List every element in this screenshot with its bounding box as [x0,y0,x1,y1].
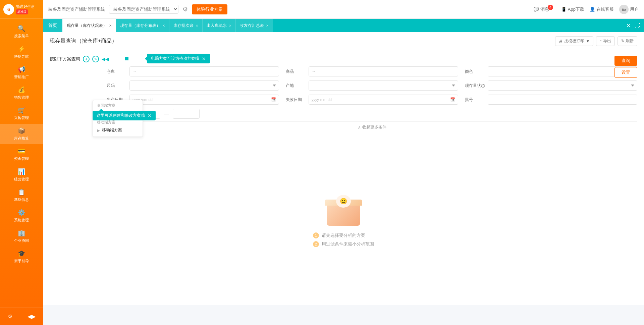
prod-date-input[interactable]: yyyy-mm-dd 📅 [129,95,279,105]
header-system: 装备及固定资产辅助管理系统 [48,6,105,12]
tab-close-batch-account[interactable]: ✕ [196,24,198,28]
tab-batch-account[interactable]: 库存批次账 ✕ [169,19,202,32]
inventory-icon: 📦 [18,127,25,134]
print-btn[interactable]: 🖨 按模板打印 ▼ [555,36,593,46]
tab-close-inout-flow[interactable]: ✕ [229,24,231,28]
tab-collect-summary[interactable]: 收发存汇总表 ✕ [235,19,273,32]
size-select[interactable] [129,80,279,91]
header-left: 装备及固定资产辅助管理系统 装备及固定资产辅助管理系统 ⚙ 体验行业方案 [48,4,227,14]
sidebar-item-quicknav[interactable]: ⚡ 快捷导航 [0,42,43,62]
page-title: 现存量查询（按仓库+商品） [50,38,117,45]
expire-date-placeholder: yyyy-mm-dd [312,98,332,102]
user-menu[interactable]: Ea 用户 [619,5,639,14]
empty-step-2: 2 用过滤条件来缩小分析范围 [313,241,374,247]
tab-close-collect-summary[interactable]: ✕ [266,24,269,28]
export-label: 导出 [603,39,611,43]
sidebar-item-inventory[interactable]: 📦 库存核算 [0,124,43,144]
sidebar-item-system[interactable]: ⚙️ 系统管理 [0,206,43,226]
sidebar-item-sales[interactable]: 💰 销售管理 [0,83,43,103]
filter-row-batch: 批号 [465,95,637,105]
tab-inventory-dist[interactable]: 现存量（库存分布表） ✕ [116,19,169,32]
expire-date-input[interactable]: yyyy-mm-dd 📅 [309,95,458,105]
tab-fullscreen-btn[interactable]: ⛶ [633,22,641,29]
filter-header: 按以下方案查询 + ✎ ◀◀ [50,56,637,62]
tab-inventory-status[interactable]: 现存量（库存状况表） ✕ [62,19,116,32]
filter-row-origin: 产地 [286,80,458,91]
color-label: 颜色 [465,69,485,74]
sidebar-item-marketing[interactable]: 📢 营销推广 [0,62,43,83]
goods-input[interactable]: ··· [309,66,458,76]
app-badge: 标准版 [16,9,28,14]
tab-inout-flow[interactable]: 出入库流水 ✕ [202,19,235,32]
sidebar-item-label: 经营管理 [14,177,29,182]
online-service-btn[interactable]: 👤 在线客服 [590,6,614,12]
tab-collect-summary-label: 收发存汇总表 [240,23,264,29]
collapse-sidebar-btn[interactable]: ◀▶ [25,311,38,322]
warehouse-label: 仓库 [107,69,127,74]
collapse-btn[interactable]: ∧ 收起更多条件 [358,124,386,130]
sidebar-item-enterprise[interactable]: 🏢 企业协同 [0,226,43,247]
sidebar-item-label: 新手引导 [14,259,29,264]
origin-select[interactable] [309,80,458,91]
header-settings-icon[interactable]: ⚙ [182,6,188,13]
empty-step-1: 1 请先选择要分析的方案 [313,232,374,238]
user-label: 用户 [630,6,639,12]
sidebar-item-operations[interactable]: 📊 经营管理 [0,165,43,185]
scheme-section-desktop: 桌面端方案 [93,102,143,109]
calendar-icon-2[interactable]: 📅 [450,97,455,102]
calendar-icon[interactable]: 📅 [271,97,276,102]
scheme-item-mobile[interactable]: ▶ 移动端方案 [93,125,143,135]
tab-close-inventory-dist[interactable]: ✕ [162,24,165,28]
message-btn[interactable]: 💬 消息 6 [534,6,556,12]
stock-main-to[interactable] [173,109,200,119]
filter-row-size: 尺码 [107,80,279,91]
sidebar-item-newbie[interactable]: 🎓 新手引导 [0,247,43,267]
collapse-bar: ∧ 收起更多条件 [107,121,637,131]
sidebar-item-purchase[interactable]: 🛒 采购管理 [0,103,43,124]
export-btn[interactable]: ↑ 导出 [596,36,614,46]
scheme-tooltip: 电脑方案可设为移动方案哦 ✕ [147,54,210,63]
tab-close-inventory-status[interactable]: ✕ [109,24,112,28]
filter-row-goods: 商品 ··· [286,66,458,76]
empty-state: 😐 1 请先选择要分析的方案 2 用过滤条件来缩小分析范围 [313,165,374,277]
system-icon: ⚙️ [18,209,25,216]
refresh-btn[interactable]: ↻ 刷新 [618,36,637,46]
online-service-label: 在线客服 [596,6,614,12]
tab-home-label: 首页 [48,22,57,29]
sidebar-item-finance[interactable]: 💳 资金管理 [0,144,43,165]
filter-add-btn[interactable]: + [83,56,90,62]
app-download-btn[interactable]: 📱 App下载 [561,6,584,12]
sidebar-item-label: 系统管理 [14,218,29,223]
scheme-create-tooltip-close[interactable]: ✕ [148,113,152,118]
sidebar-item-label: 销售管理 [14,95,29,100]
tab-close-all-btn[interactable]: ✕ [625,22,632,30]
system-name: 装备及固定资产辅助管理系统 [48,6,105,12]
system-select[interactable]: 装备及固定资产辅助管理系统 [109,5,178,14]
filter-area: 按以下方案查询 + ✎ ◀◀ 电脑方案可设为移动方案哦 ✕ 桌面端方案 ▶ 电脑… [43,50,644,137]
scheme-create-text: 这里可以创建和修改方案哦 [97,113,145,118]
filter-arrows[interactable]: ◀◀ [102,56,109,62]
scheme-item-label-m: 移动端方案 [102,127,122,133]
reset-btn[interactable]: 设置 [614,67,637,78]
trial-btn[interactable]: 体验行业方案 [192,4,227,14]
warehouse-input[interactable]: ··· [129,66,279,76]
sidebar-item-basic[interactable]: 📋 基础信息 [0,185,43,206]
purchase-icon: 🛒 [18,107,25,114]
query-btn[interactable]: 查询 [614,56,637,66]
tab-home[interactable]: 首页 [43,19,62,32]
filter-row-expire-date: 失效日期 yyyy-mm-dd 📅 [286,95,458,105]
header: 装备及固定资产辅助管理系统 装备及固定资产辅助管理系统 ⚙ 体验行业方案 💬 消… [43,0,644,19]
tabs-bar: 首页 现存量（库存状况表） ✕ 现存量（库存分布表） ✕ 库存批次账 ✕ 出入库… [43,19,644,32]
filter-grid: 仓库 ··· 商品 ··· 颜色 [107,66,637,119]
batch-input[interactable] [488,95,637,105]
stock-status-select[interactable] [488,80,637,91]
enterprise-icon: 🏢 [18,229,25,237]
collapse-label: 收起更多条件 [362,124,386,130]
filter-edit-btn[interactable]: ✎ [92,56,99,62]
marketing-icon: 📢 [18,66,25,73]
sidebar-item-label: 营销推广 [14,74,29,79]
sidebar-item-search[interactable]: 🔍 搜索菜单 [0,21,43,42]
scheme-tooltip-close-btn[interactable]: ✕ [202,56,206,61]
sidebar-item-label: 基础信息 [14,197,29,202]
settings-btn[interactable]: ⚙ [6,311,14,322]
